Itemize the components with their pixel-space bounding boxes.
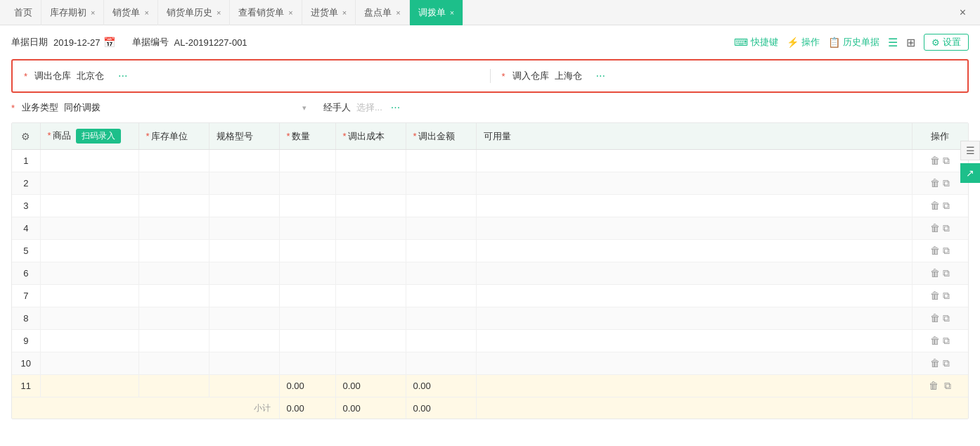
row-qty[interactable] (279, 240, 335, 262)
tab-sales-history[interactable]: 销货单历史 × (158, 0, 230, 25)
tab-transfer[interactable]: 调拨单 × (410, 0, 463, 25)
tab-view-sales[interactable]: 查看销货单 × (230, 0, 302, 25)
row-qty[interactable] (279, 150, 335, 172)
row-qty[interactable] (279, 285, 335, 307)
row-spec[interactable] (209, 262, 279, 285)
delete-icon[interactable]: 🗑 (930, 222, 940, 234)
row-amount[interactable] (406, 330, 476, 352)
close-tab-purchase[interactable]: × (342, 8, 347, 17)
delete-icon[interactable]: 🗑 (930, 155, 940, 166)
tab-purchase[interactable]: 进货单 × (302, 0, 356, 25)
row-unit[interactable] (138, 240, 209, 262)
copy-icon[interactable]: ⧉ (943, 177, 950, 189)
row-product[interactable] (40, 330, 138, 352)
row-product[interactable] (40, 375, 138, 397)
scan-entry-button[interactable]: 扫码录入 (76, 129, 121, 144)
row-spec[interactable] (209, 375, 279, 397)
row-unit[interactable] (138, 375, 209, 397)
delete-icon[interactable]: 🗑 (930, 357, 940, 369)
row-cost[interactable] (335, 217, 406, 240)
copy-icon[interactable]: ⧉ (943, 335, 950, 346)
row-cost[interactable] (335, 262, 406, 285)
close-tab-stocktake[interactable]: × (396, 8, 400, 17)
copy-icon[interactable]: ⧉ (944, 380, 951, 391)
tab-sales-order[interactable]: 销货单 × (104, 0, 157, 25)
table-scroll-area[interactable]: ⚙ *商品 扫码录入 *库存单位 规格型号 *数量 (12, 123, 968, 419)
history-action[interactable]: 📋 历史单据 (828, 36, 879, 49)
row-product[interactable] (40, 262, 138, 285)
business-type-select[interactable]: 同价调拨 ▾ (64, 101, 307, 114)
row-unit[interactable] (138, 150, 209, 172)
close-tab-inventory-init[interactable]: × (91, 8, 95, 17)
row-amount[interactable] (406, 217, 476, 240)
delete-icon[interactable]: 🗑 (930, 290, 940, 301)
row-unit[interactable] (138, 195, 209, 217)
row-cost[interactable] (335, 195, 406, 217)
row-unit[interactable] (138, 307, 209, 330)
close-window-button[interactable]: × (951, 6, 974, 19)
row-qty[interactable] (279, 172, 335, 195)
copy-icon[interactable]: ⧉ (943, 357, 950, 369)
row-unit[interactable] (138, 262, 209, 285)
row-spec[interactable] (209, 195, 279, 217)
row-product[interactable] (40, 240, 138, 262)
side-list-btn[interactable]: ☰ (960, 141, 980, 160)
shortcut-action[interactable]: ⌨ 快捷键 (734, 36, 778, 49)
copy-icon[interactable]: ⧉ (943, 312, 950, 324)
row-product[interactable] (40, 150, 138, 172)
row-unit[interactable] (138, 172, 209, 195)
copy-icon[interactable]: ⧉ (943, 200, 950, 211)
row-qty[interactable] (279, 352, 335, 375)
row-qty[interactable] (279, 330, 335, 352)
row-product[interactable] (40, 352, 138, 375)
row-spec[interactable] (209, 240, 279, 262)
row-spec[interactable] (209, 330, 279, 352)
table-gear-icon[interactable]: ⚙ (21, 131, 30, 142)
row-product[interactable] (40, 307, 138, 330)
row-unit[interactable] (138, 352, 209, 375)
row-qty[interactable] (279, 262, 335, 285)
row-cost[interactable] (335, 150, 406, 172)
copy-icon[interactable]: ⧉ (943, 267, 950, 279)
warehouse-in-more-btn[interactable]: ··· (596, 70, 605, 82)
delete-icon[interactable]: 🗑 (930, 312, 940, 324)
tab-inventory-init[interactable]: 库存期初 × (41, 0, 104, 25)
layout-list-icon[interactable]: ☰ (888, 36, 898, 49)
handler-more-btn[interactable]: ··· (391, 101, 400, 114)
row-product[interactable] (40, 195, 138, 217)
settings-button[interactable]: ⚙ 设置 (924, 34, 969, 51)
row-cost[interactable] (335, 285, 406, 307)
row-amount[interactable] (406, 307, 476, 330)
row-unit[interactable] (138, 285, 209, 307)
row-cost[interactable] (335, 352, 406, 375)
row-amount[interactable] (406, 352, 476, 375)
row-amount[interactable] (406, 240, 476, 262)
row-qty[interactable] (279, 217, 335, 240)
row-spec[interactable] (209, 172, 279, 195)
row-cost[interactable] (335, 172, 406, 195)
delete-icon[interactable]: 🗑 (930, 245, 940, 256)
close-tab-sales-order[interactable]: × (144, 8, 148, 17)
row-spec[interactable] (209, 217, 279, 240)
tab-stocktake[interactable]: 盘点单 × (356, 0, 409, 25)
close-tab-sales-history[interactable]: × (217, 8, 221, 17)
close-tab-transfer[interactable]: × (450, 8, 454, 17)
handler-select[interactable]: 选择... (356, 101, 382, 114)
copy-icon[interactable]: ⧉ (943, 222, 950, 234)
row-product[interactable] (40, 285, 138, 307)
copy-icon[interactable]: ⧉ (943, 290, 950, 301)
row-cost[interactable] (335, 307, 406, 330)
delete-icon[interactable]: 🗑 (930, 177, 940, 189)
close-tab-view-sales[interactable]: × (288, 8, 292, 17)
row-spec[interactable] (209, 307, 279, 330)
row-cost[interactable] (335, 240, 406, 262)
row-spec[interactable] (209, 352, 279, 375)
delete-icon[interactable]: 🗑 (930, 200, 940, 211)
row-amount[interactable] (406, 285, 476, 307)
row-amount[interactable] (406, 172, 476, 195)
operation-action[interactable]: ⚡ 操作 (787, 36, 820, 49)
row-unit[interactable] (138, 217, 209, 240)
delete-icon[interactable]: 🗑 (929, 380, 939, 391)
row-cost[interactable] (335, 330, 406, 352)
row-amount[interactable] (406, 195, 476, 217)
